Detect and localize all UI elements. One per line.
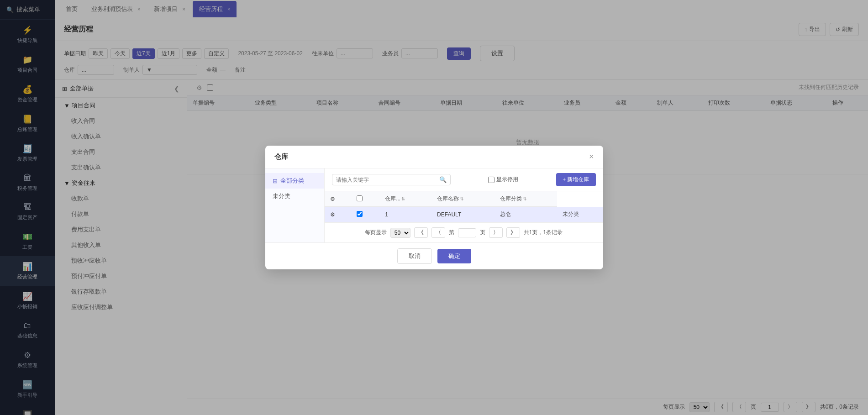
modal-col-category: 仓库分类⇅	[494, 191, 557, 207]
row-id-1: 1	[379, 207, 431, 222]
modal-per-page-label: 每页显示	[365, 229, 387, 236]
modal-total-info: 共1页，1条记录	[524, 229, 563, 236]
show-disabled-option: 显示停用	[488, 176, 518, 184]
modal-pagination: 每页显示 50 《 〈 第 1 页 〉 》 共1页，1条记录	[325, 222, 603, 242]
modal-col-checkbox[interactable]	[351, 191, 379, 207]
modal-first-btn[interactable]: 《	[414, 227, 428, 238]
row-settings-1[interactable]: ⚙	[325, 207, 352, 222]
show-disabled-label: 显示停用	[496, 176, 518, 184]
modal-table-row[interactable]: ⚙ 1 DEFAULT 总仓 未分类	[325, 207, 603, 222]
row-gear-icon: ⚙	[330, 211, 335, 218]
warehouse-modal: 仓库 × ⊞ 全部分类 未分类 🔍 显示停用 + 新增	[265, 146, 603, 269]
modal-category-all[interactable]: ⊞ 全部分类	[265, 173, 324, 189]
modal-select-all[interactable]	[357, 195, 363, 201]
modal-page-suffix: 页	[480, 229, 485, 236]
modal-header: 仓库 ×	[265, 146, 603, 168]
modal-toolbar: 🔍 显示停用 + 新增仓库	[325, 168, 603, 191]
cancel-button[interactable]: 取消	[397, 248, 432, 264]
modal-left-panel: ⊞ 全部分类 未分类	[265, 168, 325, 242]
modal-title: 仓库	[274, 152, 288, 161]
modal-category-unclassified[interactable]: 未分类	[265, 189, 324, 204]
modal-close-button[interactable]: ×	[589, 152, 594, 162]
modal-overlay: 仓库 × ⊞ 全部分类 未分类 🔍 显示停用 + 新增	[0, 0, 868, 415]
modal-col-code: 仓库...⇅	[379, 191, 431, 207]
modal-page-label: 第	[449, 229, 454, 236]
modal-body: ⊞ 全部分类 未分类 🔍 显示停用 + 新增仓库	[265, 168, 603, 242]
show-disabled-checkbox[interactable]	[488, 177, 494, 183]
search-box: 🔍	[332, 174, 451, 185]
search-input[interactable]	[336, 177, 437, 183]
add-warehouse-button[interactable]: + 新增仓库	[556, 173, 595, 186]
modal-page-input[interactable]: 1	[458, 228, 476, 237]
modal-col-name: 仓库名称⇅	[431, 191, 494, 207]
modal-col-settings[interactable]: ⚙	[325, 191, 352, 207]
confirm-button[interactable]: 确定	[437, 249, 471, 263]
row-code-1: DEFAULT	[431, 207, 494, 222]
modal-per-page-select[interactable]: 50	[390, 228, 410, 238]
row-name-1: 总仓	[494, 207, 557, 222]
settings-col-icon[interactable]: ⚙	[330, 196, 335, 202]
modal-footer: 取消 确定	[265, 242, 603, 269]
modal-table: ⚙仓库...⇅仓库名称⇅仓库分类⇅ ⚙ 1 DEFAULT 总仓 未分类	[325, 191, 603, 222]
row-checkbox-1[interactable]	[351, 207, 379, 222]
modal-prev-btn[interactable]: 〈	[431, 227, 445, 238]
modal-next-btn[interactable]: 〉	[489, 227, 503, 238]
row-category-1: 未分类	[557, 207, 603, 222]
modal-right-panel: 🔍 显示停用 + 新增仓库 ⚙仓库...⇅仓库名称⇅仓库分类⇅ ⚙ 1	[325, 168, 603, 242]
search-icon: 🔍	[439, 176, 447, 183]
modal-last-btn[interactable]: 》	[506, 227, 520, 238]
